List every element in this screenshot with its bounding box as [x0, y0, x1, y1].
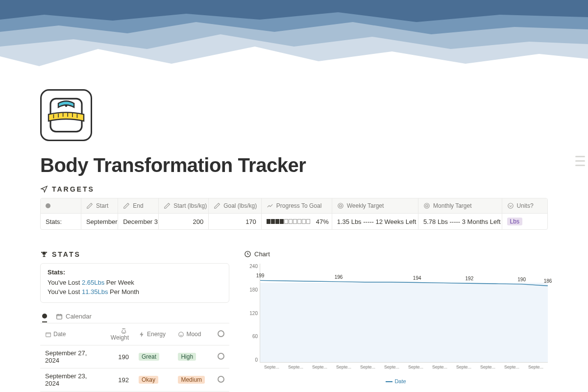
target-icon [337, 202, 344, 209]
col-units: Units? [517, 202, 534, 209]
col-mood: Mood [186, 331, 201, 338]
cover-image [0, 0, 588, 86]
calendar-icon [56, 313, 63, 320]
stats-heading-text: STATS [52, 250, 81, 258]
col-start: Start [96, 202, 108, 209]
svg-point-20 [179, 332, 184, 337]
targets-data-row[interactable]: Stats: September 1, December 31 200 170 … [41, 214, 547, 229]
page-icon [40, 89, 92, 141]
chart-header: Chart [244, 250, 548, 258]
data-label: 196 [335, 274, 343, 280]
units-tag: Lbs [507, 218, 522, 225]
pencil-icon [214, 202, 220, 209]
svg-rect-18 [46, 333, 51, 337]
row-weekly: 1.35 Lbs ----- 12 Weeks Left [332, 214, 418, 229]
row-monthly: 5.78 Lbs ----- 3 Months Left [418, 214, 502, 229]
progress-pct: 47% [316, 218, 329, 225]
targets-table: Start End Start (lbs/kg) Goal (lbs/kg) P… [40, 198, 548, 230]
tab-default[interactable] [42, 314, 47, 322]
row-units[interactable]: Lbs [502, 214, 547, 229]
stats-header: STATS [40, 250, 229, 258]
svg-point-2 [65, 104, 68, 107]
tab-calendar[interactable]: Calendar [56, 313, 92, 320]
stats-tabs: Calendar [40, 310, 229, 323]
col-date: Date [53, 331, 66, 338]
row-progress: 47% [262, 214, 332, 229]
svg-point-13 [508, 203, 513, 209]
svg-point-10 [339, 205, 342, 207]
col-weight: Weight [111, 334, 129, 341]
pencil-icon [123, 202, 130, 209]
plot-area: 199196194192190186 [260, 264, 548, 363]
table-row[interactable]: September 27, 2024190GreatHigh [40, 345, 229, 368]
svg-rect-14 [57, 314, 62, 318]
svg-point-11 [424, 203, 430, 209]
svg-point-9 [338, 203, 343, 209]
stats-card-title: Stats: [48, 269, 222, 276]
page-title: Body Transformation Tracker [40, 154, 548, 176]
row-start[interactable]: September 1, [81, 214, 118, 229]
tab-calendar-label: Calendar [66, 313, 92, 320]
data-label: 199 [256, 273, 265, 278]
circle-icon [218, 330, 224, 337]
chart-title: Chart [254, 250, 270, 258]
svg-point-12 [426, 205, 428, 207]
col-end: End [133, 202, 143, 209]
col-goal-weight: Goal (lbs/kg) [223, 202, 257, 209]
col-monthly: Monthly Target [433, 202, 472, 209]
row-start-weight[interactable]: 200 [159, 214, 209, 229]
data-label: 192 [466, 276, 474, 281]
side-drag-handles[interactable] [575, 156, 585, 166]
targets-header-row: Start End Start (lbs/kg) Goal (lbs/kg) P… [41, 198, 547, 214]
stats-line-2: You've Lost 11.35Lbs Per Month [48, 288, 222, 295]
pencil-icon [164, 202, 171, 209]
data-label: 190 [517, 277, 526, 282]
col-progress: Progress To Goal [276, 202, 322, 209]
chart-icon [267, 202, 273, 209]
stats-line-1: You've Lost 2.65Lbs Per Week [48, 279, 222, 286]
col-start-weight: Start (lbs/kg) [173, 202, 207, 209]
chart-legend: Date [244, 378, 548, 384]
table-row[interactable]: September 23, 2024192OkayMedium [40, 368, 229, 392]
pencil-icon [86, 202, 93, 209]
progress-bar [267, 219, 310, 224]
row-end[interactable]: December 31 [118, 214, 159, 229]
scale-icon [121, 328, 127, 334]
clock-icon [244, 250, 251, 258]
row-goal-weight[interactable]: 170 [209, 214, 262, 229]
targets-header: TARGETS [40, 185, 548, 193]
data-label: 186 [544, 278, 552, 284]
col-energy: Energy [147, 331, 166, 338]
dot-icon [42, 314, 47, 318]
col-weekly: Weekly Target [347, 202, 384, 209]
stats-card[interactable]: Stats: You've Lost 2.65Lbs Per Week You'… [40, 263, 229, 303]
targets-heading-text: TARGETS [52, 185, 95, 193]
smile-icon [178, 331, 184, 338]
x-axis: Septe...Septe...Septe...Septe...Septe...… [260, 365, 548, 376]
stats-table: Date Weight Energy Mood September 27, 20… [40, 323, 229, 392]
trophy-icon [40, 250, 48, 258]
calendar-icon [45, 331, 51, 338]
target-pin-icon [40, 185, 48, 193]
target-icon [423, 202, 430, 209]
chevron-down-icon [507, 202, 514, 209]
row-name: Stats: [41, 214, 81, 229]
data-label: 194 [413, 275, 421, 281]
chart: 240180120600 199196194192190186 Septe...… [244, 264, 548, 376]
dot-icon [46, 203, 50, 208]
bolt-icon [139, 331, 145, 338]
